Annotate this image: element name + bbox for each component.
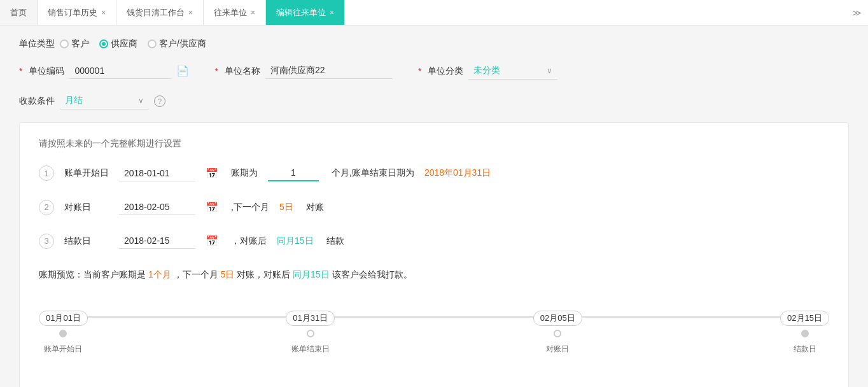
payment-terms-value: 月结: [65, 95, 133, 106]
step-1-period-label: 账期为: [231, 167, 258, 179]
step-1-cal-icon[interactable]: 📅: [206, 167, 218, 179]
unit-code-input[interactable]: [69, 63, 171, 79]
timeline-point-2: 02月05日 对账日: [533, 311, 582, 355]
step-3-cal-icon[interactable]: 📅: [206, 235, 218, 247]
step-2-num: 2: [39, 200, 54, 215]
preview-month: 1个月: [148, 269, 171, 279]
tl-dot-3: [801, 330, 809, 337]
tl-dot-1: [307, 330, 314, 337]
unit-info-row: * 单位编码 📄 * 单位名称 * 单位分类 未分类 ∨: [19, 62, 849, 80]
tl-date-box-0: 01月01日: [39, 311, 88, 326]
preview-section: 账期预览：当前客户账期是 1个月 ，下一个月 5日 对账，对账后 同月15日 该…: [39, 267, 829, 283]
unit-type-row: 单位类型 客户 供应商 客户/供应商: [19, 38, 849, 50]
step-2-suffix-after: 对账: [306, 202, 324, 213]
tl-date-box-1: 01月31日: [286, 311, 335, 326]
unit-name-label: 单位名称: [225, 66, 260, 77]
tab-bar: 首页 销售订单历史 × 钱货日清工作台 × 往来单位 × 编辑往来单位 × ≫: [0, 0, 868, 25]
payment-terms-arrow: ∨: [138, 96, 144, 105]
tab-cash-work[interactable]: 钱货日清工作台 ×: [116, 0, 204, 25]
settings-card: 请按照未来的一个完整帐期进行设置 1 账单开始日 📅 账期为 个月,账单结束日期…: [19, 122, 849, 387]
step-1-row: 1 账单开始日 📅 账期为 个月,账单结束日期为 2018年01月31日: [39, 165, 829, 181]
tl-date-box-3: 02月15日: [780, 311, 829, 326]
step-2-suffix-before: ,下一个月: [231, 202, 269, 213]
step-2-label: 对账日: [64, 202, 109, 213]
step-1-date-input[interactable]: [119, 165, 195, 181]
unit-category-select[interactable]: 未分类 ∨: [468, 62, 557, 80]
tl-label-2: 对账日: [546, 344, 569, 355]
tab-partner-unit[interactable]: 往来单位 ×: [204, 0, 266, 25]
step-2-cal-icon[interactable]: 📅: [206, 201, 218, 213]
unit-category-star: *: [418, 66, 421, 76]
unit-category-label: 单位分类: [428, 66, 463, 77]
close-cash-work[interactable]: ×: [188, 8, 193, 17]
radio-supplier-circle: [99, 39, 108, 48]
preview-sep1: ，下一个月: [174, 269, 218, 279]
unit-type-radio-group: 客户 供应商 客户/供应商: [60, 38, 206, 50]
payment-terms-row: 收款条件 月结 ∨ ?: [19, 92, 849, 109]
step-1-period-input[interactable]: [268, 165, 319, 181]
timeline-point-3: 02月15日 结款日: [780, 311, 829, 355]
tl-label-0: 账单开始日: [44, 344, 82, 355]
radio-customer-label: 客户: [71, 38, 89, 50]
timeline: 01月01日 账单开始日 01月31日 账单结束日 02月05日 对账日 02月…: [39, 298, 829, 380]
timeline-points: 01月01日 账单开始日 01月31日 账单结束日 02月05日 对账日 02月…: [39, 311, 829, 355]
step-3-label: 结款日: [64, 236, 109, 247]
tab-edit-partner[interactable]: 编辑往来单位 ×: [266, 0, 345, 25]
preview-end-day: 同月15日: [293, 269, 330, 279]
payment-terms-group: 收款条件 月结 ∨ ?: [19, 92, 165, 109]
step-1-period-end: 2018年01月31日: [424, 167, 491, 179]
step-2-row: 2 对账日 📅 ,下一个月 5日 对账: [39, 199, 829, 215]
payment-terms-label: 收款条件: [19, 95, 55, 107]
unit-code-icon[interactable]: 📄: [176, 65, 189, 77]
step-3-num: 3: [39, 234, 54, 249]
close-sales-order-history[interactable]: ×: [101, 8, 106, 17]
payment-terms-help[interactable]: ?: [154, 95, 165, 107]
tab-partner-unit-label: 往来单位: [214, 7, 247, 18]
tab-sales-order-history[interactable]: 销售订单历史 ×: [38, 0, 116, 25]
unit-type-field: 单位类型 客户 供应商 客户/供应商: [19, 38, 206, 50]
radio-supplier-label: 供应商: [111, 38, 137, 50]
preview-label: 账期预览：当前客户账期是: [39, 269, 146, 279]
step-2-suffix-highlight: 5日: [279, 202, 293, 213]
radio-customer-supplier[interactable]: 客户/供应商: [148, 38, 206, 50]
step-3-suffix-after: 结款: [326, 236, 344, 247]
unit-category-arrow: ∨: [547, 66, 552, 75]
step-1-period-unit: 个月,账单结束日期为: [332, 167, 414, 179]
tab-cash-work-label: 钱货日清工作台: [127, 7, 185, 18]
close-edit-partner[interactable]: ×: [330, 8, 334, 17]
unit-category-group: * 单位分类 未分类 ∨: [418, 62, 557, 80]
tl-dot-2: [554, 330, 561, 337]
unit-name-star: *: [214, 66, 218, 76]
main-content: 单位类型 客户 供应商 客户/供应商 * 单位编码: [0, 25, 868, 387]
step-1-num: 1: [39, 165, 54, 181]
preview-mid: 对账，对账后: [237, 269, 290, 279]
step-3-date-input[interactable]: [119, 233, 195, 249]
preview-day: 5日: [220, 269, 234, 279]
step-3-row: 3 结款日 📅 ，对账后 同月15日 结款: [39, 233, 829, 249]
tl-label-3: 结款日: [794, 344, 816, 355]
close-partner-unit[interactable]: ×: [251, 8, 255, 17]
card-hint: 请按照未来的一个完整帐期进行设置: [39, 138, 829, 150]
radio-supplier[interactable]: 供应商: [99, 38, 137, 50]
radio-customer-supplier-circle: [148, 39, 157, 48]
unit-type-label: 单位类型: [19, 38, 55, 50]
step-1-label: 账单开始日: [64, 167, 109, 179]
step-3-suffix-before: ，对账后: [231, 236, 267, 247]
radio-customer[interactable]: 客户: [60, 38, 89, 50]
tab-sales-order-history-label: 销售订单历史: [48, 7, 97, 18]
step-3-suffix-highlight: 同月15日: [277, 236, 314, 247]
step-2-date-input[interactable]: [119, 199, 195, 215]
timeline-point-1: 01月31日 账单结束日: [286, 311, 335, 355]
tl-date-box-2: 02月05日: [533, 311, 582, 326]
tab-home[interactable]: 首页: [0, 0, 38, 25]
payment-terms-select[interactable]: 月结 ∨: [60, 92, 149, 109]
unit-code-group: * 单位编码 📄: [19, 63, 189, 79]
timeline-point-0: 01月01日 账单开始日: [39, 311, 88, 355]
unit-category-value: 未分类: [473, 65, 542, 76]
tab-expand-btn[interactable]: ≫: [846, 0, 868, 25]
unit-name-input[interactable]: [265, 63, 393, 79]
preview-tail: 该客户会给我打款。: [332, 269, 412, 279]
tl-label-1: 账单结束日: [291, 344, 330, 355]
unit-code-star: *: [19, 66, 22, 76]
unit-code-label: 单位编码: [29, 66, 64, 77]
